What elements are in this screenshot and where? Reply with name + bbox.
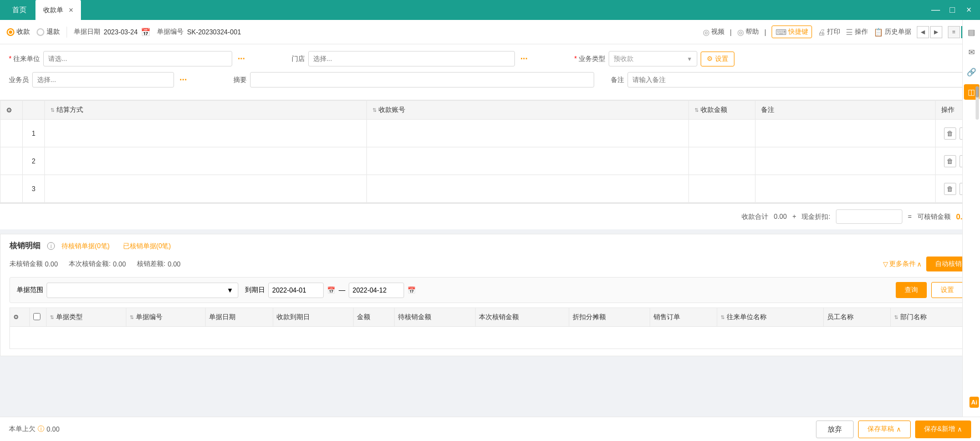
ai-label[interactable]: Ai	[969, 397, 979, 408]
row-num: 1	[23, 120, 45, 147]
cell-amount[interactable]	[688, 147, 755, 175]
layout-list-icon[interactable]: ≡	[948, 26, 960, 38]
cell-remark[interactable]	[755, 147, 935, 175]
cell-settlement[interactable]	[45, 147, 367, 175]
date-to-input[interactable]	[349, 283, 404, 298]
radio-shoukuan[interactable]: 收款	[7, 27, 30, 37]
calendar-to-icon[interactable]: 📅	[407, 286, 416, 294]
available-label: 可核销金额	[917, 212, 951, 222]
calendar-from-icon[interactable]: 📅	[327, 286, 335, 294]
business-type-select[interactable]: 预收款 ▼	[609, 51, 697, 66]
help-btn[interactable]: ◎ 帮助	[737, 27, 759, 37]
tab-close-icon[interactable]: ×	[69, 0, 73, 20]
save-new-button[interactable]: 保存&新增 ∧	[915, 421, 971, 438]
col-doc-type: ⇅ 单据类型	[47, 308, 126, 327]
summary-input[interactable]	[250, 72, 594, 88]
shortcut-btn[interactable]: ⌨ 快捷键	[772, 25, 812, 38]
draft-arrow-icon: ∧	[896, 425, 901, 433]
staff-input[interactable]	[32, 72, 174, 88]
partner-more-btn[interactable]: ···	[236, 54, 247, 64]
cell-account[interactable]	[366, 175, 688, 203]
delete-btn[interactable]: 🗑	[944, 183, 956, 195]
col-remark-label: 备注	[761, 106, 774, 114]
radio-tuikuan-label: 退款	[47, 27, 60, 37]
cur-stat: 本次核销金额: 0.00	[69, 259, 126, 269]
bottom-checkbox-header[interactable]	[30, 308, 47, 327]
video-icon: ◎	[703, 28, 710, 37]
verify-settings-btn[interactable]: 设置	[931, 282, 963, 298]
footer-buttons: 放弃 保存草稿 ∧ 保存&新增 ∧	[816, 421, 971, 438]
verify-header: 核销明细 i 待核销单据(0笔) 已核销单据(0笔)	[9, 241, 971, 251]
col-current: 本次核销金额	[475, 308, 569, 327]
date-from-input[interactable]	[268, 283, 324, 298]
delete-btn[interactable]: 🗑	[944, 127, 956, 140]
cell-settlement[interactable]	[45, 120, 367, 147]
cell-amount[interactable]	[688, 175, 755, 203]
business-type-label: 业务类型	[574, 54, 605, 64]
sidebar-icon-table[interactable]: ▤	[964, 24, 979, 40]
discount-input[interactable]	[836, 209, 902, 224]
settings-button[interactable]: ⚙ 设置	[701, 52, 734, 66]
col-row-num	[23, 101, 45, 120]
query-btn[interactable]: 查询	[896, 282, 927, 298]
bottom-table: ⚙ ⇅ 单据类型 ⇅ 单据编号 单据日期 收款到期日 金额	[9, 307, 971, 349]
partner-input[interactable]	[43, 51, 232, 66]
more-conditions-btn[interactable]: ▽ 更多条件 ∧	[883, 259, 922, 269]
video-btn[interactable]: ◎ 视频	[703, 27, 724, 37]
remark-input[interactable]	[627, 72, 971, 88]
verify-stats: 未核销金额 0.00 本次核销金额: 0.00 核销差额: 0.00 ▽ 更多条…	[9, 257, 971, 271]
table-settings-header[interactable]: ⚙	[1, 101, 23, 120]
cell-account[interactable]	[366, 120, 688, 147]
sidebar-icon-email[interactable]: ✉	[964, 44, 979, 60]
tab-pending[interactable]: 待核销单据(0笔)	[62, 242, 110, 251]
tab-active[interactable]: 收款单 ×	[35, 0, 81, 20]
col-doc-number: ⇅ 单据编号	[126, 308, 206, 327]
col-doc-date: 单据日期	[206, 308, 273, 327]
tab-home[interactable]: 首页	[4, 0, 34, 20]
store-input[interactable]	[308, 51, 515, 66]
diff-value: 0.00	[167, 260, 180, 268]
col-type-label: 单据类型	[56, 313, 83, 321]
remark-label: 备注	[611, 75, 624, 85]
verify-tabs: 待核销单据(0笔) 已核销单据(0笔)	[62, 242, 171, 251]
sidebar-icon-link[interactable]: 🔗	[964, 64, 979, 80]
date-label: 单据日期	[74, 27, 100, 37]
history-btn[interactable]: 📋 历史单据	[874, 27, 911, 37]
save-draft-button[interactable]: 保存草稿 ∧	[858, 421, 911, 438]
row-settings-cell	[1, 175, 23, 203]
draft-btn-label: 保存草稿	[867, 424, 894, 434]
main-toolbar: 收款 退款 单据日期 2023-03-24 📅 单据编号 SK-20230324…	[0, 20, 980, 44]
sidebar-scrollbar[interactable]	[976, 86, 979, 120]
cell-remark[interactable]	[755, 120, 935, 147]
cell-remark[interactable]	[755, 175, 935, 203]
select-all-checkbox[interactable]	[33, 313, 40, 320]
prev-btn[interactable]: ◀	[917, 26, 929, 38]
close-button[interactable]: ×	[962, 3, 976, 17]
verify-info-icon[interactable]: i	[47, 242, 55, 250]
calendar-icon[interactable]: 📅	[141, 28, 150, 37]
cell-amount[interactable]	[688, 120, 755, 147]
operate-btn[interactable]: ☰ 操作	[846, 27, 868, 37]
tab-done[interactable]: 已核销单据(0笔)	[123, 242, 171, 251]
range-select[interactable]: ▼	[47, 283, 238, 298]
cell-settlement[interactable]	[45, 175, 367, 203]
staff-label: 业务员	[9, 75, 29, 85]
footer-info-icon[interactable]: ⓘ	[38, 424, 44, 434]
col-discount-label: 折扣分摊额	[573, 313, 606, 321]
discard-button[interactable]: 放弃	[816, 421, 854, 438]
save-new-label: 保存&新增	[924, 424, 955, 434]
next-btn[interactable]: ▶	[930, 26, 942, 38]
minimize-button[interactable]: —	[929, 3, 942, 17]
print-btn[interactable]: 🖨 打印	[818, 27, 840, 37]
tab-bar-right: — □ ×	[929, 3, 976, 17]
staff-more-btn[interactable]: ···	[177, 75, 189, 85]
delete-btn[interactable]: 🗑	[944, 155, 956, 167]
total-label: 收款合计	[742, 212, 768, 222]
maximize-button[interactable]: □	[946, 3, 959, 17]
col-store: ⇅ 部门名称	[891, 308, 971, 327]
store-more-btn[interactable]: ···	[518, 54, 530, 64]
radio-tuikuan[interactable]: 退款	[37, 27, 60, 37]
more-conditions-label: 更多条件	[889, 259, 916, 269]
cell-account[interactable]	[366, 147, 688, 175]
bottom-settings-header[interactable]: ⚙	[10, 308, 30, 327]
